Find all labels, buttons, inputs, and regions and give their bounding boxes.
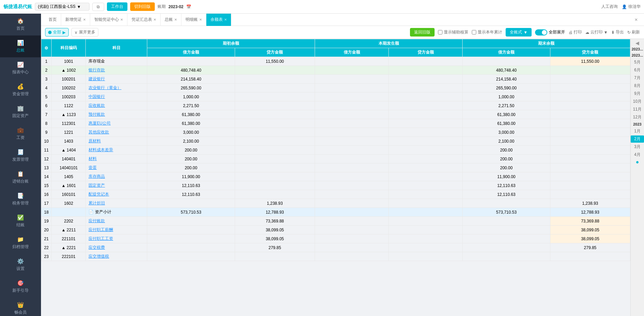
show-aux-checkbox-group[interactable]: 显示辅助核算 [438, 29, 468, 35]
show-ytd-checkbox[interactable] [472, 30, 476, 34]
sidebar-item-fixed-assets[interactable]: 🏢 固定资产 [0, 101, 41, 123]
sidebar-item-home[interactable]: 🏠 首页 [0, 14, 41, 35]
row-name[interactable]: 材料 [86, 155, 147, 163]
sidebar-item-close[interactable]: ✅ 结账 [0, 210, 41, 232]
tab-balance-sheet[interactable]: 余额表 ✕ [206, 14, 231, 26]
row-name[interactable]: 银行存款 [86, 66, 147, 75]
row-name-link[interactable]: 固定资产 [88, 183, 105, 188]
row-name-link[interactable]: 中国银行 [88, 94, 105, 99]
month-11[interactable]: 11月 [631, 106, 644, 113]
month-6[interactable]: 6月 [631, 67, 644, 74]
row-name[interactable]: 其他应收款 [86, 128, 147, 137]
cloud-print-button[interactable]: ☁ 云打印 ▼ [585, 29, 608, 35]
tab-general-ledger-close[interactable]: ✕ [174, 18, 177, 21]
row-name[interactable]: 材料成本差异 [86, 146, 147, 155]
print-button[interactable]: 🖨 打印 [568, 29, 582, 35]
expand-more-button[interactable]: ∨ 展开更多 [71, 28, 98, 37]
tab-balance-sheet-close[interactable]: ✕ [224, 18, 227, 21]
calendar-icon[interactable]: 📅 [186, 4, 191, 9]
sidebar-item-invoices[interactable]: 🧾 发票管理 [0, 145, 41, 167]
filter-all-button[interactable]: 全部 ▶ [45, 28, 69, 37]
row-name[interactable]: 应付账款 [86, 217, 147, 226]
row-name-link[interactable]: 应付账款 [88, 218, 105, 223]
workbench-button[interactable]: 工作台 [107, 2, 127, 11]
tab-detail-ledger-close[interactable]: ✕ [199, 18, 202, 21]
export-button[interactable]: ⬇ 导出 [611, 29, 624, 35]
tab-area-close-icon[interactable]: ✕ [632, 17, 641, 22]
sidebar-item-sales[interactable]: 📋 进销台账 [0, 167, 41, 188]
company-selector[interactable]: (劣副) 江西股金-LSS ▼ [35, 3, 90, 11]
month-7[interactable]: 7月 [631, 74, 644, 82]
panel-collapse-icon[interactable]: ◀ [635, 40, 639, 46]
row-name-link[interactable]: 原材料 [88, 139, 101, 143]
table-wrapper[interactable]: ⚙ 科目编码 科目 期初余额 本期发生额 期末余额 借方金额 贷方金额 借方金额… [41, 39, 630, 316]
month-2-active[interactable]: 2月 [631, 135, 644, 143]
sidebar-item-settings[interactable]: ⚙️ 设置 [0, 254, 41, 276]
switch-version-button[interactable]: 切到旧版 [130, 2, 155, 11]
return-old-version-button[interactable]: 返回旧版 [410, 28, 435, 37]
row-name[interactable]: 中国银行 [86, 92, 147, 101]
month-4[interactable]: 4月 [631, 151, 644, 158]
show-ytd-checkbox-group[interactable]: 显示本年累计 [472, 29, 502, 35]
header-gear[interactable]: ⚙ [41, 39, 52, 57]
refresh-button[interactable]: ↻ 刷新 [627, 29, 640, 35]
row-name[interactable]: 库存商品 [86, 172, 147, 181]
row-name[interactable]: 固定资产 [86, 181, 147, 190]
row-name-link[interactable]: 惠厦EU公司 [88, 121, 111, 126]
tab-detail-ledger[interactable]: 明细账 ✕ [181, 14, 206, 26]
sidebar-item-funds[interactable]: 💰 资金管理 [0, 79, 41, 101]
row-name[interactable]: 配提凭记本 [86, 190, 147, 199]
sidebar-item-ledger[interactable]: 📊 总账 [0, 35, 41, 57]
consult-label[interactable]: 人工咨询 [601, 4, 618, 10]
user-info[interactable]: 👤 徐涟华 [622, 4, 641, 10]
row-name-link[interactable]: 配提凭记本 [88, 192, 109, 197]
row-name[interactable]: 累计折旧 [86, 199, 147, 208]
copy-button[interactable]: ⧉ [92, 3, 104, 11]
tab-voucher-summary[interactable]: 凭证汇总表 ✕ [127, 14, 161, 26]
sidebar-item-member[interactable]: 👑 畅会员 [0, 298, 41, 316]
row-name-link[interactable]: 农业银行（黄金） [88, 85, 121, 90]
sidebar-item-reports[interactable]: 📈 报表中心 [0, 57, 41, 79]
row-name-link[interactable]: 应收账款 [88, 103, 105, 108]
row-name[interactable]: 应付职工薪酬 [86, 226, 147, 234]
month-1[interactable]: 1月 [631, 128, 644, 135]
row-name-link[interactable]: 累计折旧 [88, 201, 105, 205]
row-name-link[interactable]: 预付账款 [88, 112, 105, 117]
row-name-link[interactable]: 应交税费 [88, 245, 105, 250]
sidebar-item-archive[interactable]: 📁 归档管理 [0, 232, 41, 254]
expand-all-toggle[interactable] [535, 29, 547, 35]
row-name[interactable]: 农业银行（黄金） [86, 84, 147, 92]
row-name[interactable]: 应收账款 [86, 101, 147, 110]
month-8[interactable]: 8月 [631, 82, 644, 89]
row-name[interactable]: 建设银行 [86, 75, 147, 84]
row-name[interactable]: 壹蛋 [86, 163, 147, 172]
tab-new-voucher-close[interactable]: ✕ [83, 18, 86, 21]
row-name[interactable]: 原材料 [86, 137, 147, 146]
tab-new-voucher[interactable]: 新增凭证 ✕ [61, 14, 90, 26]
tab-smart-voucher-close[interactable]: ✕ [120, 18, 123, 21]
row-name-link[interactable]: 应付职工工资 [88, 236, 113, 241]
month-9[interactable]: 9月 [631, 90, 644, 97]
row-name-link[interactable]: 银行存款 [88, 68, 105, 72]
row-name[interactable]: 应付职工工资 [86, 234, 147, 243]
row-name[interactable]: 应交增值税 [86, 252, 147, 261]
tab-home[interactable]: 首页 [44, 14, 61, 26]
month-10[interactable]: 10月 [631, 98, 644, 105]
row-name[interactable]: 应交税费 [86, 243, 147, 252]
sidebar-item-tax[interactable]: 📑 税务管理 [0, 188, 41, 210]
row-name[interactable]: 预付账款 [86, 110, 147, 119]
full-mode-button[interactable]: 全账式 ▼ [506, 28, 532, 37]
tab-smart-voucher[interactable]: 智能凭证中心 ✕ [90, 14, 127, 26]
row-name-link[interactable]: 材料 [88, 156, 97, 161]
row-name-link[interactable]: 应交增值税 [88, 254, 109, 259]
row-name-link[interactable]: 材料成本差异 [88, 147, 113, 152]
tab-voucher-summary-close[interactable]: ✕ [153, 18, 156, 21]
month-12[interactable]: 12月 [631, 114, 644, 121]
row-name-link[interactable]: 库存商品 [88, 174, 105, 179]
show-aux-checkbox[interactable] [438, 30, 442, 34]
tab-general-ledger[interactable]: 总账 ✕ [161, 14, 181, 26]
sidebar-item-payroll[interactable]: 💼 工资 [0, 123, 41, 145]
row-name-link[interactable]: 应付职工薪酬 [88, 227, 113, 232]
sidebar-item-guide[interactable]: 🎯 新手引导 [0, 276, 41, 298]
month-3[interactable]: 3月 [631, 143, 644, 150]
